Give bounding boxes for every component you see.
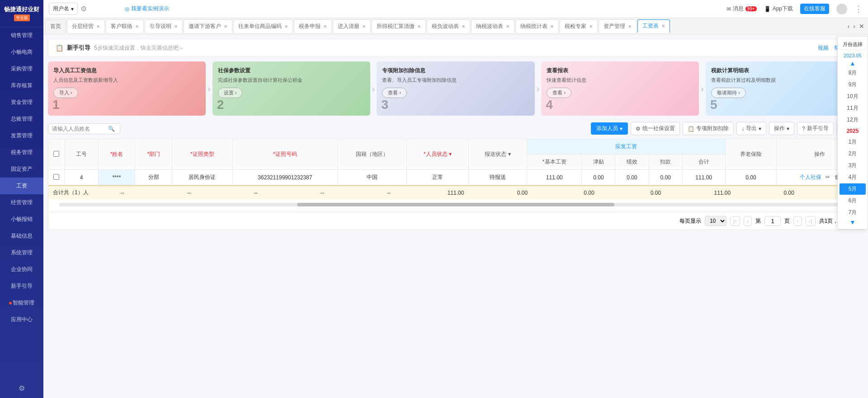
app-download-btn[interactable]: 📱 App下载 <box>764 5 793 13</box>
prev-page-btn[interactable]: ‹ <box>744 216 752 226</box>
add-person-btn[interactable]: 添加人员 ▾ <box>591 122 628 135</box>
settings-topbar-icon[interactable]: ⚙ <box>80 5 87 13</box>
month-item-12[interactable]: 7月 <box>840 207 866 218</box>
month-item-3[interactable]: 11月 <box>840 103 866 114</box>
tab-1[interactable]: 分层经营✕ <box>67 19 105 33</box>
tab-close-3[interactable]: ✕ <box>174 24 178 29</box>
message-btn[interactable]: ✉ 消息 99+ <box>726 5 757 13</box>
step-btn-2[interactable]: 查看 › <box>382 88 407 98</box>
month-item-7[interactable]: 2月 <box>840 148 866 159</box>
tab-7[interactable]: 进入清册✕ <box>333 19 371 33</box>
sidebar-item-资金管理[interactable]: 资金管理 <box>0 94 43 111</box>
tab-9[interactable]: 税负波动表✕ <box>427 19 470 33</box>
sidebar-item-应用中心[interactable]: 应用中心 <box>0 311 43 328</box>
tab-11[interactable]: 纳税统计表✕ <box>515 19 559 33</box>
month-item-5[interactable]: 2025 <box>840 126 866 136</box>
month-item-6[interactable]: 1月 <box>840 136 866 148</box>
month-item-10[interactable]: 5月 <box>840 183 866 195</box>
month-item-4[interactable]: 12月 <box>840 114 866 126</box>
sidebar-item-税务管理[interactable]: 税务管理 <box>0 144 43 161</box>
action-edit-0[interactable]: ✏ <box>826 174 830 180</box>
select-all-checkbox[interactable] <box>53 151 59 157</box>
tab-close-8[interactable]: ✕ <box>417 24 421 29</box>
demo-link[interactable]: ◎ 我要看实例演示 <box>125 5 169 13</box>
step-btn-0[interactable]: 导入 › <box>53 88 78 98</box>
month-item-2[interactable]: 10月 <box>840 91 866 102</box>
page-input[interactable] <box>764 216 781 226</box>
first-page-btn[interactable]: |‹ <box>730 216 740 226</box>
tab-close-4[interactable]: ✕ <box>224 24 227 29</box>
sidebar-item-系统管理[interactable]: 系统管理 <box>0 244 43 261</box>
month-item-11[interactable]: 6月 <box>840 195 866 206</box>
tab-close-1[interactable]: ✕ <box>96 24 100 29</box>
month-item-8[interactable]: 3月 <box>840 160 866 171</box>
user-avatar[interactable] <box>836 4 847 14</box>
tab-close-6[interactable]: ✕ <box>323 24 327 29</box>
special-deduction-btn[interactable]: 📋 专项附加扣除 <box>683 122 734 135</box>
tab-8[interactable]: 所得税汇算清缴✕ <box>372 19 426 33</box>
sidebar-item-采购管理[interactable]: 采购管理 <box>0 61 43 77</box>
tab-4[interactable]: 邀请下游客户✕ <box>184 19 232 33</box>
sidebar-item-小畅电商[interactable]: 小畅电商 <box>0 44 43 61</box>
step-btn-1[interactable]: 设置 › <box>218 88 243 98</box>
table-scrollbar-area[interactable] <box>48 199 863 212</box>
tab-close-11[interactable]: ✕ <box>550 24 554 29</box>
operate-btn[interactable]: 操作 ▾ <box>769 122 794 135</box>
tab-close-14[interactable]: ✕ <box>661 23 665 28</box>
tab-14[interactable]: 工资表✕ <box>637 19 670 33</box>
tab-close-12[interactable]: ✕ <box>589 24 593 29</box>
search-icon[interactable]: 🔍 <box>108 126 115 132</box>
tab-2[interactable]: 客户联络✕ <box>106 19 144 33</box>
tab-close-all-btn[interactable]: ✕ <box>857 23 866 30</box>
next-page-btn[interactable]: › <box>793 216 802 226</box>
sidebar-item-发票管理[interactable]: 发票管理 <box>0 127 43 144</box>
social-insurance-btn[interactable]: ⚙ 统一社保设置 <box>631 122 680 135</box>
month-down-btn[interactable]: ▼ <box>849 219 856 225</box>
tab-close-2[interactable]: ✕ <box>135 24 139 29</box>
last-page-btn[interactable]: ›| <box>806 216 816 226</box>
table-scrollbar[interactable] <box>59 203 852 206</box>
export-btn[interactable]: ↓ 导出 ▾ <box>736 122 766 135</box>
search-box[interactable]: 🔍 <box>48 123 120 134</box>
table-scrollbar-thumb[interactable] <box>297 203 614 206</box>
tab-close-7[interactable]: ✕ <box>362 24 366 29</box>
online-service-btn[interactable]: 在线客服 <box>800 4 829 14</box>
page-size-select[interactable]: 10 20 50 <box>705 216 726 226</box>
sidebar-item-企业协同[interactable]: 企业协同 <box>0 261 43 278</box>
tab-5[interactable]: 往来单位商品编码✕ <box>233 19 293 33</box>
month-item-0[interactable]: 8月 <box>840 67 866 79</box>
sidebar-item-固定资产[interactable]: 固定资产 <box>0 161 43 178</box>
tab-close-13[interactable]: ✕ <box>628 24 632 29</box>
tab-prev-btn[interactable]: ‹ <box>846 23 852 30</box>
tab-close-9[interactable]: ✕ <box>462 24 465 29</box>
action-social-0[interactable]: 个人社保 <box>800 174 821 180</box>
tab-close-5[interactable]: ✕ <box>284 24 288 29</box>
month-item-1[interactable]: 9月 <box>840 79 866 90</box>
guide-video-link[interactable]: 视频 <box>818 44 829 52</box>
tab-10[interactable]: 纳税波动表✕ <box>471 19 514 33</box>
sidebar-item-新手引导[interactable]: 新手引导 <box>0 278 43 295</box>
tab-6[interactable]: 税务申报✕ <box>294 19 332 33</box>
sidebar-item-总账管理[interactable]: 总账管理 <box>0 111 43 127</box>
sidebar-item-基础信息[interactable]: 基础信息 <box>0 228 43 244</box>
step-btn-4[interactable]: 敬请期待 › <box>711 88 746 98</box>
user-dropdown[interactable]: 用户名 ▾ <box>49 3 78 15</box>
guide-btn[interactable]: ? 新手引导 <box>797 122 834 135</box>
tab-3[interactable]: 引导说明✕ <box>145 19 183 33</box>
sidebar-item-库存核算[interactable]: 库存核算 <box>0 77 43 94</box>
tab-close-10[interactable]: ✕ <box>506 24 509 29</box>
sidebar-item-小畅报销[interactable]: 小畅报销 <box>0 211 43 228</box>
expand-icon[interactable]: ⋮ <box>854 4 863 14</box>
tab-13[interactable]: 资产管理✕ <box>599 19 637 33</box>
sidebar-item-智能管理[interactable]: 智能管理 <box>0 295 43 311</box>
tab-12[interactable]: 税检专家✕ <box>560 19 598 33</box>
sidebar-item-销售管理[interactable]: 销售管理 <box>0 27 43 44</box>
search-input[interactable] <box>52 126 106 132</box>
settings-icon[interactable]: ⚙ <box>0 379 43 398</box>
month-up-btn[interactable]: ▲ <box>849 60 856 66</box>
sidebar-item-经营管理[interactable]: 经营管理 <box>0 194 43 211</box>
step-btn-3[interactable]: 查看 › <box>547 88 571 98</box>
month-item-9[interactable]: 4月 <box>840 172 866 183</box>
tab-next-btn[interactable]: › <box>851 23 857 30</box>
sidebar-item-工资[interactable]: 工资 <box>0 178 43 194</box>
